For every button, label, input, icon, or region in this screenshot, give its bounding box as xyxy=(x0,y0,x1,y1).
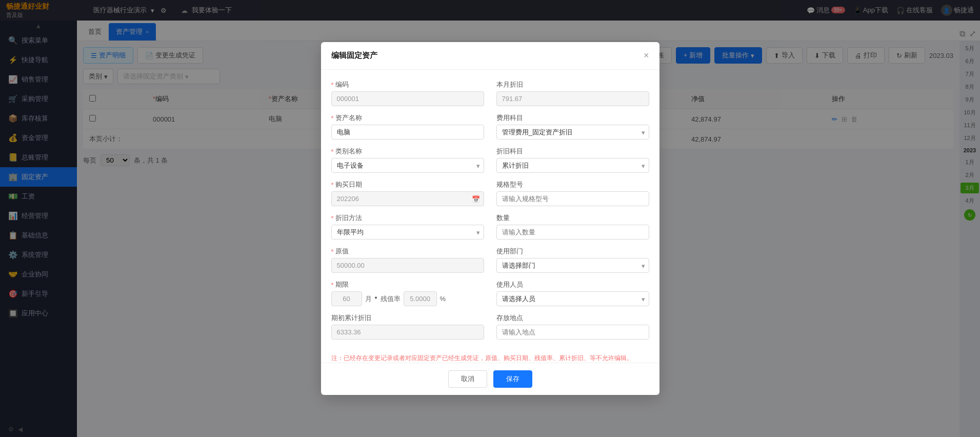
quantity-input[interactable] xyxy=(496,225,649,240)
form-col-left: *编码 *资产名称 *类别名称 电子设备 ▾ xyxy=(331,80,484,340)
form-row-expense-subject: 费用科目 管理费用_固定资产折旧 ▾ xyxy=(496,113,649,140)
form-col-right: 本月折旧 费用科目 管理费用_固定资产折旧 ▾ 折旧科目 xyxy=(496,80,649,340)
expense-subject-select-wrap: 管理费用_固定资产折旧 ▾ xyxy=(496,125,649,140)
form-row-spec: 规格型号 xyxy=(496,180,649,206)
expense-subject-select[interactable]: 管理费用_固定资产折旧 xyxy=(496,125,649,140)
form-row-original-value: *原值 xyxy=(331,247,484,273)
calendar-icon[interactable]: 📅 xyxy=(472,195,480,203)
save-button[interactable]: 保存 xyxy=(493,370,532,388)
form-row-dep-subject: 折旧科目 累计折旧 ▾ xyxy=(496,147,649,173)
location-input[interactable] xyxy=(496,325,649,340)
modal-close-button[interactable]: × xyxy=(644,50,649,61)
modal-header: 编辑固定资产 × xyxy=(321,42,659,70)
form-row-initial-dep: 期初累计折旧 xyxy=(331,313,484,340)
form-row-location: 存放地点 xyxy=(496,313,649,340)
form-row-quantity: 数量 xyxy=(496,213,649,240)
form-row-category: *类别名称 电子设备 ▾ xyxy=(331,147,484,173)
spec-input[interactable] xyxy=(496,191,649,206)
user-select-wrap: 请选择人员 ▾ xyxy=(496,291,649,306)
purchase-date-input[interactable] xyxy=(331,191,484,206)
modal-overlay: 编辑固定资产 × *编码 *资产名称 *类别名称 电子设备 xyxy=(0,0,980,437)
form-row-purchase-date: *购买日期 📅 xyxy=(331,180,484,206)
monthly-dep-input xyxy=(496,91,649,106)
code-input[interactable] xyxy=(331,91,484,106)
user-select[interactable]: 请选择人员 xyxy=(496,291,649,306)
form-row-period: *期限 月 * 残值率 % xyxy=(331,280,484,306)
dep-method-select[interactable]: 年限平均 xyxy=(331,225,484,240)
category-select[interactable]: 电子设备 xyxy=(331,158,484,173)
modal-note: 注：已经存在变更记录或者对应固定资产已经生成凭证，原值、购买日期、残值率、累计折… xyxy=(321,350,659,363)
initial-dep-input[interactable] xyxy=(331,325,484,340)
purchase-date-wrapper: 📅 xyxy=(331,191,484,206)
form-row-dep-method: *折旧方法 年限平均 ▾ xyxy=(331,213,484,240)
form-row-asset-name: *资产名称 xyxy=(331,113,484,140)
cancel-button[interactable]: 取消 xyxy=(448,370,487,388)
asset-name-input[interactable] xyxy=(331,125,484,140)
modal-footer: 取消 保存 xyxy=(321,363,659,395)
dep-subject-select[interactable]: 累计折旧 xyxy=(496,158,649,173)
form-row-dept: 使用部门 请选择部门 ▾ xyxy=(496,247,649,273)
category-select-wrap: 电子设备 ▾ xyxy=(331,158,484,173)
dept-select-wrap: 请选择部门 ▾ xyxy=(496,258,649,273)
dep-subject-select-wrap: 累计折旧 ▾ xyxy=(496,158,649,173)
form-row-user: 使用人员 请选择人员 ▾ xyxy=(496,280,649,306)
edit-fixed-asset-modal: 编辑固定资产 × *编码 *资产名称 *类别名称 电子设备 xyxy=(321,42,659,395)
form-row-code: *编码 xyxy=(331,80,484,106)
modal-body: *编码 *资产名称 *类别名称 电子设备 ▾ xyxy=(321,70,659,350)
period-input[interactable] xyxy=(331,291,362,306)
residual-rate-input[interactable] xyxy=(404,291,437,306)
original-value-input[interactable] xyxy=(331,258,484,273)
dept-select[interactable]: 请选择部门 xyxy=(496,258,649,273)
dep-method-select-wrap: 年限平均 ▾ xyxy=(331,225,484,240)
modal-title: 编辑固定资产 xyxy=(331,51,377,61)
form-row-monthly-dep: 本月折旧 xyxy=(496,80,649,106)
